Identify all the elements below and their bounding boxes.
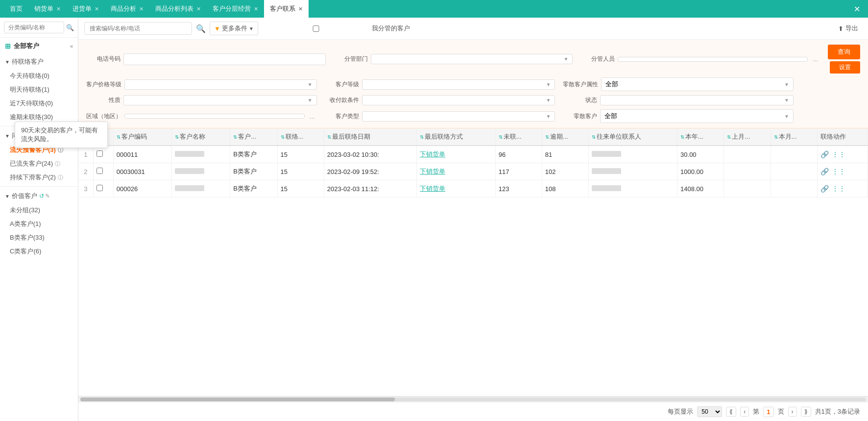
nav-tab-sales[interactable]: 销货单 ✕	[28, 0, 67, 18]
row-this-month-3	[771, 180, 817, 198]
filter-row-3: 性质 ▼ 收付款条件 ▼ 状态	[86, 95, 860, 105]
sidebar-item-ungrouped[interactable]: 未分组(32)	[0, 203, 78, 217]
scrollbar-thumb[interactable]	[80, 397, 395, 401]
action-menu-icon-1[interactable]: ⋮⋮	[832, 150, 845, 158]
close-tab-analysis-list-icon[interactable]: ✕	[196, 6, 201, 12]
th-contact[interactable]: ⇅联络...	[277, 128, 324, 146]
close-tab-analysis-icon[interactable]: ✕	[139, 6, 144, 12]
first-page-button[interactable]: ⟪	[726, 407, 736, 417]
region-dots[interactable]: ...	[308, 113, 317, 120]
payment-select[interactable]: ▼	[362, 95, 555, 105]
per-page-select[interactable]: 50 100 200	[697, 406, 722, 417]
sort-overdue-icon: ⇅	[545, 134, 549, 140]
sidebar-item-today[interactable]: 今天待联络(0)	[0, 69, 78, 83]
th-last-month[interactable]: ⇅上月...	[724, 128, 771, 146]
th-name[interactable]: ⇅客户名称	[172, 128, 230, 146]
row-checkbox-3[interactable]	[93, 180, 113, 198]
action-link-icon-3[interactable]: 🔗	[820, 185, 829, 193]
nav-tab-analysis-list[interactable]: 商品分析列表 ✕	[149, 0, 207, 18]
action-link-icon-2[interactable]: 🔗	[820, 168, 829, 175]
close-tab-sales-icon[interactable]: ✕	[56, 6, 61, 12]
row-code-3: 000026	[113, 180, 171, 198]
region-select[interactable]	[124, 114, 305, 119]
page-label: 第	[753, 407, 759, 416]
action-link-icon-1[interactable]: 🔗	[820, 150, 829, 158]
next-page-button[interactable]: ›	[788, 407, 797, 417]
nature-select[interactable]: ▼	[123, 95, 317, 105]
sidebar-item-class-c[interactable]: C类客户(6)	[0, 245, 78, 258]
row-unlinked-2: 117	[495, 163, 542, 180]
info-icon-lost: ⓘ	[55, 160, 60, 168]
retail-select[interactable]: 全部 ▼	[600, 109, 794, 123]
action-menu-icon-2[interactable]: ⋮⋮	[832, 168, 845, 175]
person-dots[interactable]: ...	[811, 55, 820, 63]
row-checkbox-1[interactable]	[93, 146, 113, 163]
refresh-icon-value[interactable]: ↺	[39, 193, 44, 199]
close-tab-customer-layer-icon[interactable]: ✕	[254, 6, 258, 12]
nav-tab-customer-layer[interactable]: 客户分层经营 ✕	[207, 0, 264, 18]
settings-button[interactable]: 设置	[830, 61, 860, 74]
horizontal-scrollbar[interactable]	[78, 396, 868, 402]
prev-page-button[interactable]: ‹	[740, 407, 749, 417]
search-button-icon[interactable]: 🔍	[196, 24, 206, 33]
nav-home[interactable]: 首页	[4, 4, 28, 13]
sidebar-item-class-b[interactable]: B类客户(33)	[0, 231, 78, 245]
close-tab-purchase-icon[interactable]: ✕	[95, 6, 99, 12]
my-customers-checkbox[interactable]	[262, 25, 370, 32]
action-menu-icon-3[interactable]: ⋮⋮	[832, 185, 845, 193]
last-page-button[interactable]: ⟫	[801, 407, 811, 417]
all-customers-header[interactable]: ⊞ 全部客户 «	[0, 38, 78, 54]
th-this-month[interactable]: ⇅本月...	[771, 128, 817, 146]
row-last-way-2[interactable]: 下销货单	[417, 163, 496, 180]
dept-select[interactable]: ▼	[371, 54, 573, 64]
th-type[interactable]: ⇅客户...	[230, 128, 277, 146]
export-button[interactable]: ⬆ 导出	[834, 22, 862, 35]
row-last-way-1[interactable]: 下销货单	[417, 146, 496, 163]
window-close-button[interactable]: ✕	[850, 4, 864, 14]
sidebar-item-7days[interactable]: 近7天待联络(0)	[0, 97, 78, 110]
person-select[interactable]	[618, 57, 808, 62]
sidebar-group-pending[interactable]: ▼ 待联络客户	[0, 54, 78, 69]
th-last-way[interactable]: ⇅最后联络方式	[417, 128, 496, 146]
edit-icon-value[interactable]: ✎	[45, 193, 50, 199]
th-code[interactable]: ⇅客户编码	[113, 128, 171, 146]
status-select[interactable]: ▼	[600, 95, 794, 105]
sidebar-group-value[interactable]: ▼ 价值客户 ↺ ✎	[0, 189, 78, 203]
sidebar-item-class-a[interactable]: A类客户(1)	[0, 217, 78, 231]
row-type-1: B类客户	[230, 146, 277, 163]
sidebar-item-declining[interactable]: 持续下滑客户(2) ⓘ	[0, 171, 78, 184]
th-unlinked[interactable]: ⇅未联...	[495, 128, 542, 146]
search-input[interactable]	[84, 22, 192, 35]
row-checkbox-2[interactable]	[93, 163, 113, 180]
phone-input[interactable]	[123, 53, 326, 65]
filter-field-grade: 客户等级 ▼	[325, 79, 555, 90]
dept-select-arrow-icon: ▼	[563, 56, 568, 62]
nav-tab-purchase[interactable]: 进货单 ✕	[67, 0, 105, 18]
th-this-year[interactable]: ⇅本年...	[677, 128, 724, 146]
th-last-date[interactable]: ⇅最后联络日期	[324, 128, 417, 146]
sidebar-search-icon[interactable]: 🔍	[66, 24, 74, 31]
th-overdue[interactable]: ⇅逾期...	[542, 128, 588, 146]
my-customers-checkbox-label[interactable]: 我分管的客户	[262, 24, 410, 33]
filter-more-button[interactable]: ▼ 更多条件 ▼	[210, 22, 258, 35]
grade-select[interactable]: ▼	[362, 79, 555, 90]
sidebar-item-lost[interactable]: 已流失客户(24) ⓘ	[0, 157, 78, 171]
zero-attr-select[interactable]: 全部 ▼	[601, 77, 794, 91]
tooltip-box: 90天未交易的客户，可能有流失风险。	[15, 122, 108, 148]
customer-type-select[interactable]: ▼	[362, 111, 555, 122]
close-tab-customer-contact-icon[interactable]: ✕	[298, 6, 303, 12]
row-unit-contact-2	[588, 163, 677, 180]
row-last-way-3[interactable]: 下销货单	[417, 180, 496, 198]
filter-field-customer-type: 客户类型 ▼	[325, 111, 555, 122]
nav-tab-analysis[interactable]: 商品分析 ✕	[105, 0, 149, 18]
sidebar-search-input[interactable]	[4, 22, 64, 33]
th-unit-contact[interactable]: ⇅往来单位联系人	[588, 128, 677, 146]
per-page-label: 每页显示	[668, 407, 693, 416]
price-grade-select[interactable]: ▼	[124, 79, 317, 90]
total-records: 共1页，3条记录	[815, 407, 860, 416]
sort-name-icon: ⇅	[175, 134, 179, 140]
nav-tab-customer-contact[interactable]: 客户联系 ✕	[264, 0, 309, 18]
collapse-icon[interactable]: «	[70, 43, 73, 49]
sidebar-item-tomorrow[interactable]: 明天待联络(1)	[0, 83, 78, 97]
query-button[interactable]: 查询	[828, 45, 860, 59]
